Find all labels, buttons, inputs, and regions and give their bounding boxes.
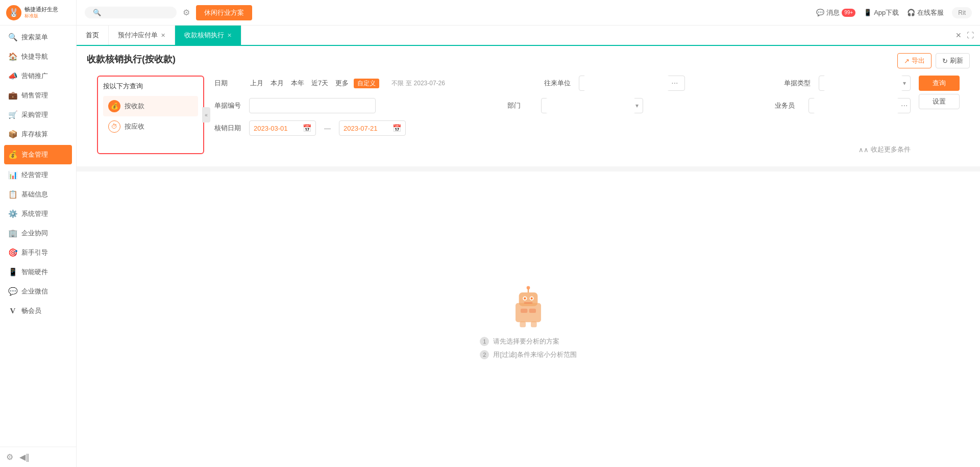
sidebar-item-member[interactable]: V 畅会员 bbox=[0, 301, 76, 321]
sidebar-item-guide[interactable]: 🎯 新手引导 bbox=[0, 243, 76, 262]
marketing-icon: 📣 bbox=[8, 71, 17, 81]
staff-label: 业务员 bbox=[775, 101, 800, 110]
doc-no-input[interactable] bbox=[249, 98, 376, 113]
topbar-gear-icon[interactable]: ⚙ bbox=[183, 8, 190, 17]
svg-rect-6 bbox=[524, 302, 533, 304]
app-download-icon: 📱 bbox=[864, 9, 872, 16]
sidebar-item-inventory[interactable]: 📦 库存核算 bbox=[0, 125, 76, 144]
message-icon: 💬 bbox=[816, 9, 824, 16]
app-download-button[interactable]: 📱 App下载 bbox=[864, 8, 899, 17]
topbar-search-box[interactable]: 🔍 bbox=[85, 7, 177, 18]
tab-receipt-close-icon[interactable]: ✕ bbox=[227, 32, 232, 39]
receivable-icon: ⏱ bbox=[108, 120, 120, 133]
staff-input[interactable] bbox=[813, 98, 899, 113]
sidebar-item-system[interactable]: ⚙️ 系统管理 bbox=[0, 204, 76, 224]
filter-by-receipt[interactable]: 💰 按收款 bbox=[103, 96, 198, 116]
empty-hint-2: 2 用[过滤]条件来缩小分析范围 bbox=[480, 350, 576, 359]
main-area: 🔍 ⚙ 休闲行业方案 💬 消息 99+ 📱 App下载 🎧 在线客服 Rit bbox=[77, 0, 980, 467]
filter-main: 日期 上月 本月 本年 近7天 更多 自定义 不限 至 bbox=[214, 76, 960, 154]
basic-icon: 📋 bbox=[8, 190, 17, 199]
tab-expand-icon[interactable]: ⛶ bbox=[967, 31, 974, 39]
tab-prepay[interactable]: 预付冲应付单 ✕ bbox=[109, 26, 175, 45]
date-tag-custom[interactable]: 自定义 bbox=[354, 79, 379, 88]
sidebar-item-marketing[interactable]: 📣 营销推广 bbox=[0, 66, 76, 86]
home-icon: 🏠 bbox=[8, 52, 17, 61]
verify-date-end-input[interactable] bbox=[344, 125, 389, 132]
query-button[interactable]: 查询 bbox=[919, 76, 960, 91]
verify-date-end-cal-icon[interactable]: 📅 bbox=[393, 124, 401, 132]
tab-close-all-icon[interactable]: ✕ bbox=[955, 31, 962, 39]
sidebar-bottom: ⚙ ◀‖ bbox=[0, 447, 76, 467]
sidebar-item-hardware[interactable]: 📱 智能硬件 bbox=[0, 262, 76, 282]
export-icon: ↗ bbox=[904, 57, 910, 65]
verify-date-start-input[interactable] bbox=[254, 125, 300, 132]
solution-button[interactable]: 休闲行业方案 bbox=[196, 5, 252, 20]
date-btn-this-year[interactable]: 本年 bbox=[289, 78, 306, 89]
svg-point-12 bbox=[527, 286, 530, 289]
tab-prepay-close-icon[interactable]: ✕ bbox=[161, 32, 165, 39]
date-btn-more[interactable]: 更多 bbox=[333, 78, 351, 89]
doc-type-select[interactable] bbox=[823, 76, 903, 91]
counterparty-input[interactable] bbox=[583, 76, 669, 91]
dept-select[interactable] bbox=[546, 98, 635, 113]
guide-icon: 🎯 bbox=[8, 248, 17, 257]
export-button[interactable]: ↗ 导出 bbox=[897, 53, 932, 68]
sidebar-item-operation[interactable]: 📊 经营管理 bbox=[0, 165, 76, 185]
date-btn-last-month[interactable]: 上月 bbox=[248, 78, 265, 89]
filter-area: 按以下方查询 💰 按收款 ⏱ 按应收 « bbox=[87, 68, 970, 161]
tab-home[interactable]: 首页 bbox=[77, 26, 109, 45]
filter-by-receivable[interactable]: ⏱ 按应收 bbox=[103, 116, 198, 137]
topbar-search-icon: 🔍 bbox=[93, 9, 101, 16]
user-menu[interactable]: Rit bbox=[952, 7, 972, 18]
date-no-limit: 不限 bbox=[391, 79, 404, 88]
sidebar-item-finance[interactable]: 💰 资金管理 bbox=[4, 145, 72, 164]
svg-rect-8 bbox=[529, 308, 536, 312]
sidebar-item-wechat[interactable]: 💬 企业微信 bbox=[0, 282, 76, 301]
refresh-button[interactable]: ↻ 刷新 bbox=[936, 53, 970, 68]
filter-row-3: 核销日期 📅 — 📅 bbox=[214, 120, 911, 136]
tab-receipt[interactable]: 收款核销执行 ✕ bbox=[175, 26, 241, 45]
settings-bottom-icon[interactable]: ⚙ bbox=[6, 452, 13, 462]
svg-rect-7 bbox=[521, 308, 527, 312]
logo-text: 畅捷通好生意 bbox=[24, 6, 58, 13]
date-btn-this-month[interactable]: 本月 bbox=[268, 78, 286, 89]
member-icon: V bbox=[8, 307, 17, 315]
setting-button[interactable]: 设置 bbox=[919, 94, 960, 109]
inventory-icon: 📦 bbox=[8, 130, 17, 139]
logo-badge: 标准版 bbox=[24, 13, 58, 19]
finance-icon: 💰 bbox=[8, 150, 17, 159]
date-label: 日期 bbox=[214, 79, 240, 88]
online-service-button[interactable]: 🎧 在线客服 bbox=[907, 8, 944, 17]
dept-label: 部门 bbox=[507, 101, 533, 110]
counterparty-more-icon[interactable]: ··· bbox=[669, 79, 680, 88]
hardware-icon: 📱 bbox=[8, 267, 17, 277]
doc-type-chevron-icon: ▾ bbox=[903, 80, 906, 87]
sidebar-logo: 🐰 畅捷通好生意 标准版 bbox=[0, 0, 76, 26]
verify-date-start-cal-icon[interactable]: 📅 bbox=[303, 124, 311, 132]
message-button[interactable]: 💬 消息 99+ bbox=[816, 8, 855, 17]
sidebar-item-search[interactable]: 🔍 搜索菜单 bbox=[0, 28, 76, 47]
collapse-more-btn[interactable]: ∧∧ 收起更多条件 bbox=[214, 145, 911, 154]
enterprise-icon: 🏢 bbox=[8, 229, 17, 238]
empty-hints: 1 请先选择要分析的方案 2 用[过滤]条件来缩小分析范围 bbox=[480, 337, 576, 359]
topbar-right: 💬 消息 99+ 📱 App下载 🎧 在线客服 Rit bbox=[816, 7, 972, 18]
filter-row-2: 单据编号 部门 ▾ 业务员 bbox=[214, 98, 911, 113]
page-actions: ↗ 导出 ↻ 刷新 bbox=[897, 53, 970, 68]
content-area: 收款核销执行(按收款) ↗ 导出 ↻ 刷新 按以下方查询 💰 bbox=[77, 46, 980, 467]
staff-more-icon[interactable]: ··· bbox=[899, 101, 910, 110]
verify-date-end-wrap: 📅 bbox=[339, 120, 406, 136]
sidebar-item-enterprise[interactable]: 🏢 企业协同 bbox=[0, 224, 76, 243]
sidebar-item-basic[interactable]: 📋 基础信息 bbox=[0, 185, 76, 204]
svg-point-4 bbox=[524, 297, 526, 299]
filter-panel-collapse[interactable]: « bbox=[202, 107, 210, 122]
filter-section: 按以下方查询 💰 按收款 ⏱ 按应收 « bbox=[77, 68, 980, 166]
sidebar-item-sales[interactable]: 💼 销售管理 bbox=[0, 86, 76, 105]
service-icon: 🎧 bbox=[907, 9, 915, 16]
sidebar-item-purchase[interactable]: 🛒 采购管理 bbox=[0, 105, 76, 125]
date-btn-7days[interactable]: 近7天 bbox=[309, 78, 330, 89]
collapse-sidebar-icon[interactable]: ◀‖ bbox=[19, 452, 30, 462]
empty-illustration bbox=[503, 280, 554, 331]
purchase-icon: 🛒 bbox=[8, 110, 17, 119]
sidebar-item-quick-nav[interactable]: 🏠 快捷导航 bbox=[0, 47, 76, 66]
svg-point-5 bbox=[531, 297, 533, 299]
